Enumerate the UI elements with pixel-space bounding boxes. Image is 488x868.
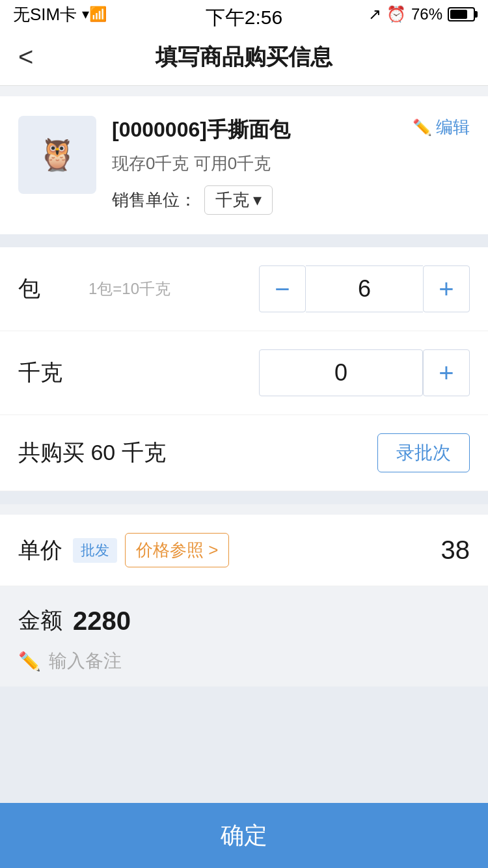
alarm-icon: ⏰ (386, 5, 406, 23)
package-row: 包 1包=10千克 − + (0, 247, 488, 331)
price-ref-button[interactable]: 价格参照 > (125, 533, 229, 567)
back-button[interactable]: < (18, 42, 33, 72)
package-control: − + (259, 265, 470, 312)
kg-label: 千克 (18, 358, 83, 388)
kg-plus-button[interactable]: + (423, 349, 470, 396)
unit-value: 千克 (215, 189, 249, 211)
nav-bar: < 填写商品购买信息 (0, 29, 488, 86)
price-value: 38 (441, 536, 470, 565)
package-input[interactable] (306, 265, 423, 312)
kg-input[interactable] (259, 349, 423, 396)
wifi-icon: ▾📶 (82, 6, 107, 23)
location-icon: ↗ (368, 5, 381, 23)
battery-icon (448, 7, 475, 21)
edit-button[interactable]: ✏️ 编辑 (413, 116, 470, 139)
page-title: 填写商品购买信息 (156, 42, 332, 72)
dropdown-icon: ▾ (253, 190, 262, 210)
price-tag: 批发 (73, 538, 117, 563)
amount-label: 金额 (18, 606, 62, 636)
price-label: 单价 (18, 536, 62, 565)
amount-row: 金额 2280 (18, 606, 470, 636)
package-plus-button[interactable]: + (423, 265, 470, 312)
back-icon: < (18, 42, 33, 71)
price-ref-label: 价格参照 > (136, 539, 218, 562)
kg-plus-icon: + (439, 359, 454, 388)
package-hint: 1包=10千克 (88, 278, 259, 299)
divider-1 (0, 234, 488, 247)
edit-icon: ✏️ (413, 118, 432, 137)
confirm-label: 确定 (221, 820, 267, 852)
total-row: 共购买 60 千克 录批次 (0, 415, 488, 491)
product-logo: 🦉 (38, 137, 77, 173)
plus-icon: + (439, 275, 454, 304)
kg-control: + (259, 349, 470, 396)
amount-section: 金额 2280 ✏️ 输入备注 (0, 586, 488, 686)
amount-value: 2280 (73, 606, 131, 636)
note-row[interactable]: ✏️ 输入备注 (18, 649, 470, 673)
status-time: 下午2:56 (206, 5, 282, 31)
package-label: 包 (18, 274, 83, 304)
total-text: 共购买 60 千克 (18, 438, 166, 468)
note-label: 输入备注 (49, 649, 122, 673)
product-card: 🦉 [0000006]手撕面包 现存0千克 可用0千克 销售单位： 千克 ▾ ✏… (0, 96, 488, 234)
total-label: 共购买 60 千克 (18, 440, 166, 465)
product-stock: 现存0千克 可用0千克 (112, 152, 470, 175)
status-bar: 无SIM卡 ▾📶 下午2:56 ↗ ⏰ 76% (0, 0, 488, 29)
carrier-text: 无SIM卡 (13, 3, 77, 26)
unit-select[interactable]: 千克 ▾ (204, 185, 273, 215)
package-minus-button[interactable]: − (259, 265, 306, 312)
price-section: 单价 批发 价格参照 > 38 (0, 515, 488, 586)
minus-icon: − (275, 275, 290, 304)
product-thumbnail: 🦉 (18, 116, 96, 194)
status-right: ↗ ⏰ 76% (368, 5, 475, 23)
divider-2 (0, 491, 488, 504)
price-row: 单价 批发 价格参照 > 38 (0, 515, 488, 586)
note-icon: ✏️ (18, 651, 41, 672)
batch-label: 录批次 (396, 442, 451, 463)
confirm-button[interactable]: 确定 (0, 803, 488, 868)
batch-button[interactable]: 录批次 (377, 433, 470, 472)
battery-percent: 76% (411, 5, 442, 23)
product-unit-row: 销售单位： 千克 ▾ (112, 185, 470, 215)
status-left: 无SIM卡 ▾📶 (13, 3, 107, 26)
kg-row: 千克 + (0, 331, 488, 415)
input-section: 包 1包=10千克 − + 千克 + (0, 247, 488, 491)
unit-label: 销售单位： (112, 189, 197, 211)
edit-label: 编辑 (436, 116, 470, 139)
